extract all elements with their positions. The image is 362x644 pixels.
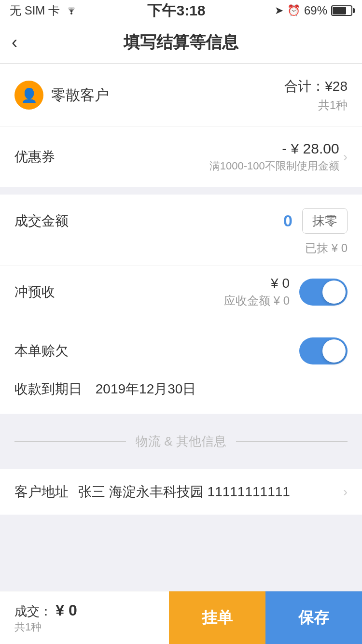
bottom-deal-label: 成交： [14,604,52,618]
deal-sub-text: 已抹 ¥ 0 [0,238,362,266]
debt-section: 本单赊欠 收款到期日 2019年12月30日 [0,322,362,414]
bottom-deal-amount: ¥ 0 [56,602,77,619]
prereceive-toggle[interactable] [299,279,348,306]
divider-line-right [236,441,348,442]
status-right: ➤ ⏰ 69% [275,4,352,17]
address-row: 客户地址 张三 海淀永丰科技园 11111111111 › [0,469,362,515]
customer-left: 👤 零散客户 [14,81,109,110]
bottom-left: 成交： ¥ 0 共1种 [0,602,169,634]
logistics-divider: 物流 & 其他信息 [14,433,348,450]
address-value: 张三 海淀永丰科技园 11111111111 [78,483,343,501]
due-date-label: 收款到期日 [14,381,82,396]
prereceive-row: 冲预收 ¥ 0 应收金额 ¥ 0 [0,266,362,322]
prereceive-label: 冲预收 [14,283,55,301]
battery-percent: 69% [304,4,327,17]
alarm-icon: ⏰ [287,4,300,17]
address-section[interactable]: 客户地址 张三 海淀永丰科技园 11111111111 › [0,469,362,515]
due-date-row: 收款到期日 2019年12月30日 [0,380,362,414]
svg-point-0 [70,13,72,14]
deal-amount-row: 成交金额 0 抹零 [0,195,362,238]
coupon-row[interactable]: 优惠券 - ¥ 28.00 满1000-100不限制使用金额 › [0,126,362,187]
coupon-label: 优惠券 [14,148,55,166]
logistics-label: 物流 & 其他信息 [136,433,226,450]
nav-bar: ‹ 填写结算等信息 [0,21,362,64]
coupon-desc: 满1000-100不限制使用金额 [209,159,339,173]
coupon-right: - ¥ 28.00 满1000-100不限制使用金额 › [209,140,348,173]
customer-coupon-card: 👤 零散客户 合计：¥28 共1种 优惠券 - ¥ 28.00 满1000-10… [0,64,362,187]
address-label: 客户地址 [14,483,69,501]
due-date-value: 2019年12月30日 [96,381,196,396]
prereceive-values: ¥ 0 应收金额 ¥ 0 [224,276,290,308]
save-button[interactable]: 保存 [265,591,362,644]
debt-toggle[interactable] [299,337,348,364]
content: 👤 零散客户 合计：¥28 共1种 优惠券 - ¥ 28.00 满1000-10… [0,64,362,573]
bottom-count: 共1种 [14,620,154,634]
debt-row: 本单赊欠 [0,322,362,380]
divider-line-left [14,441,126,442]
signal-text: 无 SIM 卡 [10,3,60,18]
deal-amount-label: 成交金额 [14,212,69,230]
prereceive-right: ¥ 0 应收金额 ¥ 0 [224,276,348,308]
bottom-bar: 成交： ¥ 0 共1种 挂单 保存 [0,591,362,644]
location-icon: ➤ [275,4,283,17]
status-bar: 无 SIM 卡 下午3:18 ➤ ⏰ 69% [0,0,362,21]
debt-label: 本单赊欠 [14,342,69,360]
coupon-value-block: - ¥ 28.00 满1000-100不限制使用金额 [209,140,339,173]
chevron-right-icon: › [343,149,348,165]
hang-button[interactable]: 挂单 [169,591,265,644]
coupon-amount: - ¥ 28.00 [209,140,339,157]
back-button[interactable]: ‹ [12,32,17,53]
total-amount: 合计：¥28 [284,77,348,96]
prereceive-sub: 应收金额 ¥ 0 [224,293,290,308]
customer-row: 👤 零散客户 合计：¥28 共1种 [0,64,362,126]
total-count: 共1种 [284,98,348,113]
address-chevron-icon: › [343,484,348,500]
customer-avatar: 👤 [14,81,43,110]
deal-amount-value[interactable]: 0 [283,211,292,230]
toggle-knob [322,280,346,304]
deal-right: 0 抹零 [283,208,348,234]
avatar-icon: 👤 [21,87,38,103]
status-left: 无 SIM 卡 [10,3,78,18]
deal-section: 成交金额 0 抹零 已抹 ¥ 0 冲预收 ¥ 0 应收金额 ¥ 0 [0,195,362,322]
battery-icon [331,5,352,16]
wifi-icon [65,4,78,17]
page-title: 填写结算等信息 [124,31,238,54]
customer-name: 零散客户 [51,85,109,105]
round-zero-button[interactable]: 抹零 [302,208,348,234]
debt-toggle-knob [322,339,346,363]
status-time: 下午3:18 [147,1,205,21]
logistics-section: 物流 & 其他信息 [0,421,362,462]
bottom-deal-line: 成交： ¥ 0 [14,602,154,620]
customer-summary: 合计：¥28 共1种 [284,77,348,113]
prereceive-amount: ¥ 0 [224,276,290,291]
